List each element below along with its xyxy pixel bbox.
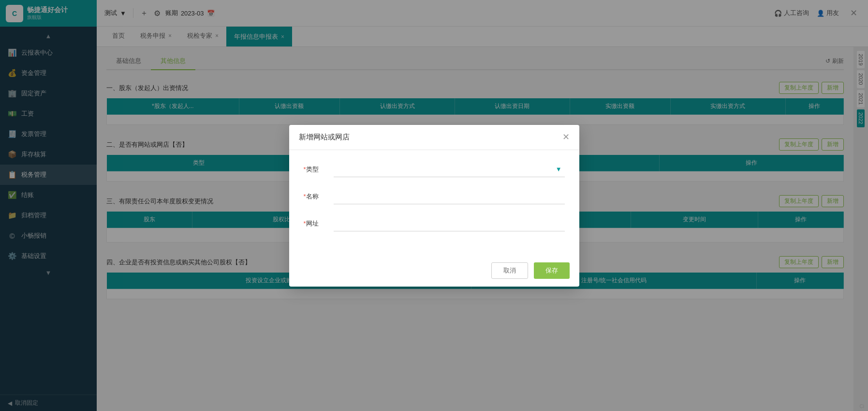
name-input[interactable] bbox=[334, 189, 565, 204]
form-row-url: *网址 bbox=[304, 216, 565, 231]
modal-add-website: 新增网站或网店 ✕ *类型 ▼ *名称 bbox=[289, 125, 579, 287]
form-row-name: *名称 bbox=[304, 189, 565, 204]
url-label: *网址 bbox=[304, 219, 328, 228]
modal-title: 新增网站或网店 bbox=[299, 133, 350, 142]
cancel-button[interactable]: 取消 bbox=[491, 262, 528, 279]
name-label: *名称 bbox=[304, 192, 328, 201]
modal-body: *类型 ▼ *名称 *网址 bbox=[289, 150, 579, 255]
modal-header: 新增网站或网店 ✕ bbox=[289, 125, 579, 150]
type-label: *类型 bbox=[304, 165, 328, 174]
modal-overlay: 新增网站或网店 ✕ *类型 ▼ *名称 bbox=[0, 0, 868, 411]
url-input[interactable] bbox=[334, 216, 565, 231]
save-button[interactable]: 保存 bbox=[534, 262, 570, 279]
type-select[interactable] bbox=[334, 162, 565, 177]
modal-footer: 取消 保存 bbox=[289, 255, 579, 287]
type-select-wrapper: ▼ bbox=[334, 162, 565, 177]
modal-close-button[interactable]: ✕ bbox=[562, 133, 570, 141]
form-row-type: *类型 ▼ bbox=[304, 162, 565, 177]
